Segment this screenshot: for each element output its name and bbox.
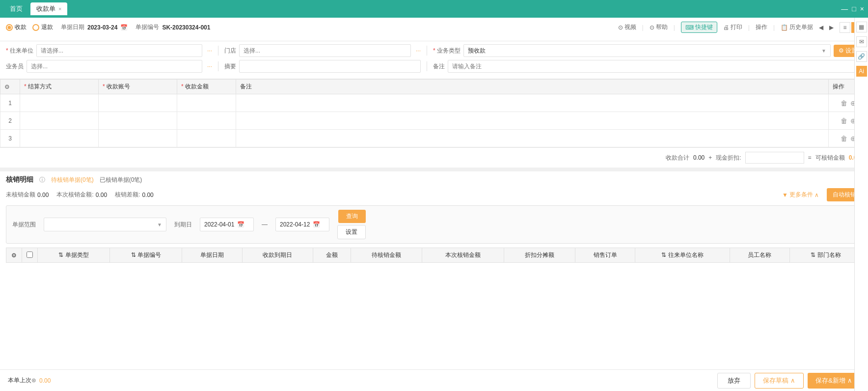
settlement-method-cell-3[interactable] <box>20 130 99 147</box>
select-all-checkbox[interactable] <box>27 251 33 258</box>
home-tab[interactable]: 首页 <box>4 2 28 15</box>
to-date-calendar-icon: 📅 <box>313 221 320 228</box>
discount-input[interactable] <box>745 152 804 164</box>
close-tab-icon[interactable]: × <box>58 6 61 12</box>
filter-range-select[interactable]: ▼ <box>44 218 166 231</box>
pending-tab[interactable]: 待核销单据(0笔) <box>51 176 94 184</box>
collection-amount-header: 收款金额 <box>177 80 236 94</box>
from-date-input[interactable]: 2022-04-01 📅 <box>200 218 254 231</box>
collection-account-cell-2[interactable] <box>99 112 177 130</box>
nav-prev-btn[interactable]: ◀ <box>819 24 823 31</box>
save-new-button[interactable]: 保存&新增 ∧ <box>808 373 860 389</box>
doc-date-header: 单据日期 <box>182 248 242 263</box>
business-type-select[interactable]: 预收款 ▼ <box>463 44 831 57</box>
operation-btn[interactable]: 操作 <box>756 23 767 31</box>
nav-next-btn[interactable]: ▶ <box>829 24 834 31</box>
shortcut-btn[interactable]: ⌨ 快捷键 <box>681 22 717 33</box>
salesman-input[interactable] <box>27 60 202 73</box>
right-sidebar: ▦ ✉ 🔗 Ai <box>854 18 868 391</box>
number-field: 单据编号 SK-20230324-001 <box>136 23 210 31</box>
summary-input[interactable] <box>239 60 421 73</box>
filter-buttons: 查询 设置 <box>337 210 366 239</box>
form-fields: * 往来单位 ··· 门店 ··· * 业务类型 预收款 ▼ ⚙ <box>0 41 868 79</box>
table-header-row: ⚙ 结算方式 收款账号 收款金额 备注 操作 <box>0 80 868 94</box>
close-icon[interactable]: × <box>860 5 864 13</box>
delete-row-2-icon[interactable]: 🗑 <box>841 117 847 125</box>
delete-row-3-icon[interactable]: 🗑 <box>841 135 847 142</box>
top-navigation: 首页 收款单 × — □ × <box>0 0 868 18</box>
collection-table: ⚙ 结算方式 收款账号 收款金额 备注 操作 1 <box>0 79 868 147</box>
checkbox-col-header <box>22 248 38 263</box>
current-amount-stat: 本次核销金额: 0.00 <box>56 191 107 199</box>
counterpart-field: * 往来单位 ··· <box>6 44 212 57</box>
sidebar-envelope-icon[interactable]: ✉ <box>856 36 867 47</box>
store-input[interactable] <box>239 44 411 57</box>
delete-row-1-icon[interactable]: 🗑 <box>841 99 847 107</box>
discount-share-header: 折扣分摊额 <box>504 248 575 263</box>
remark-cell-2[interactable] <box>236 112 829 130</box>
set-button[interactable]: 设置 <box>337 225 366 239</box>
form-row-2: 业务员 ··· 摘要 备注 <box>6 60 862 73</box>
verification-section: 核销明细 ⓘ 待核销单据(0笔) 已核销单据(0笔) 未核销金额 0.00 本次… <box>0 171 868 369</box>
settings-header[interactable]: ⚙ <box>0 80 20 94</box>
collection-amount-cell-3[interactable] <box>177 130 236 147</box>
store-more-icon[interactable]: ··· <box>416 47 421 54</box>
info-icon[interactable]: ⓘ <box>39 176 45 184</box>
sidebar-table-icon[interactable]: ▦ <box>856 22 867 32</box>
calendar-icon[interactable]: 📅 <box>120 24 128 31</box>
history-btn[interactable]: 📋 历史单据 <box>781 23 813 31</box>
collection-amount-cell-2[interactable] <box>177 112 236 130</box>
collect-radio[interactable]: 收款 <box>6 23 27 31</box>
remark-cell-1[interactable] <box>236 94 829 112</box>
collection-account-cell-3[interactable] <box>99 130 177 147</box>
counterpart-input[interactable] <box>36 44 202 57</box>
completed-tab[interactable]: 已核销单据(0笔) <box>100 176 142 184</box>
filter-chevron-down-icon: ▼ <box>157 222 162 227</box>
table-row: 2 🗑 ⊕ <box>0 112 868 130</box>
draft-chevron-icon: ∧ <box>790 377 795 384</box>
salesman-more-icon[interactable]: ··· <box>207 63 212 70</box>
save-draft-button[interactable]: 保存草稿 ∧ <box>755 373 804 389</box>
sidebar-link-icon[interactable]: 🔗 <box>856 51 867 62</box>
sidebar-ai-icon[interactable]: Ai <box>856 66 867 77</box>
collection-amount-cell-1[interactable] <box>177 94 236 112</box>
window-controls: — □ × <box>841 5 864 13</box>
video-btn[interactable]: ⊙ 视频 <box>618 23 636 31</box>
separator-2 <box>427 46 427 56</box>
print-btn[interactable]: 🖨 打印 <box>723 23 742 31</box>
remark-cell-3[interactable] <box>236 130 829 147</box>
settlement-method-cell-2[interactable] <box>20 112 99 130</box>
doc-type-header[interactable]: ⇅ 单据类型 <box>38 248 110 263</box>
doc-number-header[interactable]: ⇅ 单据编号 <box>110 248 182 263</box>
more-conditions-btn[interactable]: ▼ 更多条件 ∧ <box>782 191 819 199</box>
refund-radio[interactable]: 退款 <box>32 23 53 31</box>
to-date-input[interactable]: 2022-04-12 📅 <box>275 218 329 231</box>
dept-name-header[interactable]: ⇅ 部门名称 <box>789 248 862 263</box>
bottom-table-header-row: ⚙ ⇅ 单据类型 ⇅ 单据编号 单据日期 收款到期日 金额 待核销金额 本次核销… <box>6 248 862 263</box>
query-button[interactable]: 查询 <box>338 210 366 223</box>
counterpart-more-icon[interactable]: ··· <box>207 47 212 54</box>
minimize-icon[interactable]: — <box>841 5 848 13</box>
row-num-3: 3 <box>0 130 20 147</box>
table-settings-icon[interactable]: ⚙ <box>4 84 10 90</box>
footer-right: 放弃 保存草稿 ∧ 保存&新增 ∧ <box>717 373 860 389</box>
help-btn[interactable]: ⊙ 帮助 <box>650 23 668 31</box>
filter-icon: ▼ <box>782 192 788 198</box>
verification-title-row: 核销明细 ⓘ 待核销单据(0笔) 已核销单据(0笔) <box>6 175 862 184</box>
maximize-icon[interactable]: □ <box>852 5 856 13</box>
store-field: 门店 ··· <box>224 44 421 57</box>
settings-col-header[interactable]: ⚙ <box>6 248 22 263</box>
bottom-table: ⚙ ⇅ 单据类型 ⇅ 单据编号 单据日期 收款到期日 金额 待核销金额 本次核销… <box>6 248 862 263</box>
from-date-calendar-icon: 📅 <box>237 221 244 228</box>
counterpart-name-header[interactable]: ⇅ 往来单位名称 <box>635 248 730 263</box>
collection-account-cell-1[interactable] <box>99 94 177 112</box>
remark-input[interactable] <box>448 60 862 73</box>
receipt-type-radio: 收款 退款 <box>6 23 53 31</box>
due-date-header: 收款到期日 <box>242 248 313 263</box>
discard-button[interactable]: 放弃 <box>717 373 751 389</box>
uncleared-stat: 未核销金额 0.00 <box>6 191 49 199</box>
receipt-tab[interactable]: 收款单 × <box>30 2 67 15</box>
list-view-btn[interactable]: ≡ <box>840 22 850 33</box>
settlement-method-cell-1[interactable] <box>20 94 99 112</box>
pending-amount-header: 待核销金额 <box>351 248 422 263</box>
